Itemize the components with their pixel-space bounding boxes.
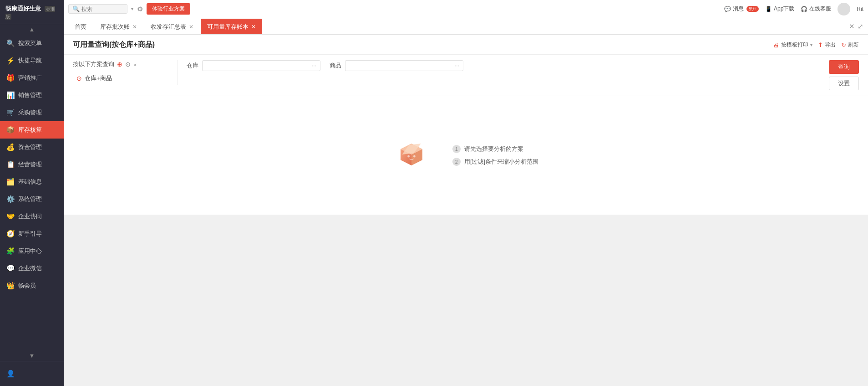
sidebar-item-vip[interactable]: 👑 畅会员: [0, 277, 64, 294]
gift-icon: 🎁: [6, 74, 15, 82]
tab-available-ledger-close[interactable]: ✕: [251, 24, 256, 30]
product-input[interactable]: [349, 62, 455, 69]
sidebar-item-enterprise[interactable]: 🤝 企业协同: [0, 208, 64, 225]
filter-field-warehouse: 仓库 ···: [187, 60, 320, 71]
sidebar-item-operations[interactable]: 📋 经营管理: [0, 156, 64, 173]
sidebar-item-marketing[interactable]: 🎁 营销推广: [0, 69, 64, 87]
warehouse-more-icon[interactable]: ···: [312, 62, 316, 69]
tab-available-ledger[interactable]: 可用量库存账本 ✕: [201, 19, 262, 34]
warehouse-input-wrap[interactable]: ···: [202, 60, 320, 71]
filter-scheme-header: 按以下方案查询 ⊕ ⊙ «: [73, 60, 170, 68]
tab-home-label: 首页: [75, 23, 86, 31]
service-icon: 🎧: [801, 6, 807, 12]
sidebar-item-label: 销售管理: [18, 91, 42, 99]
lightning-icon: ⚡: [6, 57, 15, 65]
tip-text-2: 用[过滤]条件来缩小分析范围: [464, 158, 538, 166]
print-dropdown-arrow[interactable]: ▾: [810, 42, 812, 47]
tabs-bar: 首页 库存批次账 ✕ 收发存汇总表 ✕ 可用量库存账本 ✕ ✕ ⤢: [64, 18, 868, 35]
handshake-icon: 🤝: [6, 212, 15, 221]
sidebar-item-inventory[interactable]: 📦 库存核算: [0, 121, 64, 139]
experience-btn[interactable]: 体验行业方案: [147, 3, 190, 15]
collapse-scheme-btn[interactable]: «: [133, 61, 137, 68]
empty-tip-2: 2 用[过滤]条件来缩小分析范围: [452, 158, 538, 166]
tab-receipt-summary-label: 收发存汇总表: [151, 23, 186, 31]
money-icon: 💰: [6, 143, 15, 151]
sidebar-item-app-center[interactable]: 🧩 应用中心: [0, 242, 64, 260]
expand-tabs-btn[interactable]: ⤢: [858, 22, 863, 31]
sidebar-item-sales[interactable]: 📊 销售管理: [0, 87, 64, 104]
avatar: [838, 3, 850, 15]
topbar-actions: 💬 消息 99+ 📱 App下载 🎧 在线客服 Rit: [724, 3, 863, 15]
wechat-icon: 💬: [6, 264, 15, 273]
tab-batch-ledger-close[interactable]: ✕: [132, 24, 137, 30]
compass-icon: 🧭: [6, 230, 15, 238]
topbar-online-service[interactable]: 🎧 在线客服: [801, 5, 831, 13]
sidebar-item-basic[interactable]: 🗂️ 基础信息: [0, 173, 64, 190]
empty-tips: 1 请先选择要分析的方案 2 用[过滤]条件来缩小分析范围: [452, 145, 538, 166]
tab-home[interactable]: 首页: [68, 19, 93, 34]
refresh-label: 刷新: [848, 41, 859, 49]
query-btn[interactable]: 查询: [829, 60, 859, 74]
scheme-item-label: 仓库+商品: [85, 74, 112, 82]
page-header: 可用量查询(按仓库+商品) 🖨 按模板打印 ▾ ⬆ 导出 ↻ 刷新: [64, 35, 868, 55]
username: Rit: [857, 6, 863, 12]
app-download-label: App下载: [774, 5, 794, 13]
sidebar-item-label: 经营管理: [18, 160, 42, 169]
chart-icon: 📊: [6, 91, 15, 99]
sidebar-item-finance[interactable]: 💰 资金管理: [0, 139, 64, 156]
export-action[interactable]: ⬆ 导出: [818, 41, 836, 49]
tab-available-ledger-label: 可用量库存账本: [207, 23, 249, 31]
tab-receipt-summary-close[interactable]: ✕: [189, 24, 193, 30]
sidebar-bottom: 👤: [0, 361, 64, 386]
settings-btn[interactable]: 设置: [829, 77, 859, 90]
sidebar-item-search[interactable]: 🔍 搜索菜单: [0, 35, 64, 52]
svg-point-4: [407, 155, 410, 158]
add-scheme-btn[interactable]: ⊕: [117, 61, 122, 68]
sidebar-item-label: 企业协同: [18, 212, 42, 221]
sidebar-item-newbie[interactable]: 🧭 新手引导: [0, 225, 64, 242]
sidebar-item-label: 采购管理: [18, 108, 42, 117]
scroll-up-btn[interactable]: ▲: [0, 24, 64, 35]
online-service-label: 在线客服: [809, 5, 831, 13]
message-badge: 99+: [746, 6, 759, 12]
topbar-dropdown-arrow[interactable]: ▾: [131, 6, 133, 11]
app-name: 畅康通好生意: [5, 5, 41, 12]
print-template-action[interactable]: 🖨 按模板打印 ▾: [773, 41, 812, 49]
folder-icon: 🗂️: [6, 178, 15, 186]
close-all-tabs-btn[interactable]: ✕: [849, 22, 855, 31]
refresh-action[interactable]: ↻ 刷新: [841, 41, 859, 49]
topbar-settings-icon[interactable]: ⚙: [137, 5, 143, 13]
user-icon: 👤: [6, 370, 15, 378]
sidebar-item-label: 基础信息: [18, 178, 42, 186]
warehouse-input[interactable]: [206, 62, 312, 69]
print-icon: 🖨: [773, 41, 779, 48]
product-more-icon[interactable]: ···: [455, 62, 459, 69]
tab-receipt-summary[interactable]: 收发存汇总表 ✕: [144, 19, 200, 34]
sidebar-item-purchase[interactable]: 🛒 采购管理: [0, 104, 64, 121]
topbar-search-icon: 🔍: [72, 5, 80, 12]
product-input-wrap[interactable]: ···: [345, 60, 463, 71]
warehouse-label: 仓库: [187, 62, 198, 70]
sidebar-item-system[interactable]: ⚙️ 系统管理: [0, 190, 64, 208]
query-btn-area: 查询 设置: [829, 60, 859, 90]
topbar-app-download[interactable]: 📱 App下载: [765, 5, 794, 13]
sidebar-item-label: 库存核算: [18, 126, 42, 134]
export-icon: ⬆: [818, 41, 823, 48]
topbar-message[interactable]: 💬 消息 99+: [724, 5, 759, 13]
sidebar-bottom-item[interactable]: 👤: [0, 365, 64, 382]
empty-illustration: [393, 133, 439, 178]
scheme-item-warehouse-product[interactable]: ⊙ 仓库+商品: [73, 72, 170, 85]
print-template-label: 按模板打印: [781, 41, 808, 49]
scroll-down-btn[interactable]: ▼: [0, 350, 64, 361]
empty-state: 1 请先选择要分析的方案 2 用[过滤]条件来缩小分析范围: [64, 96, 868, 215]
sidebar-item-shortcut[interactable]: ⚡ 快捷导航: [0, 52, 64, 69]
topbar-search-input[interactable]: [81, 6, 122, 12]
filter-fields: 仓库 ··· 商品 ···: [178, 60, 824, 71]
clipboard-icon: 📋: [6, 160, 15, 169]
gear-icon: ⚙️: [6, 195, 15, 203]
sidebar-item-enterprise-wechat[interactable]: 💬 企业微信: [0, 260, 64, 277]
tab-batch-ledger[interactable]: 库存批次账 ✕: [94, 19, 143, 34]
topbar-search-box[interactable]: 🔍: [68, 4, 127, 14]
settings-scheme-btn[interactable]: ⊙: [125, 61, 131, 68]
message-icon: 💬: [724, 6, 731, 12]
